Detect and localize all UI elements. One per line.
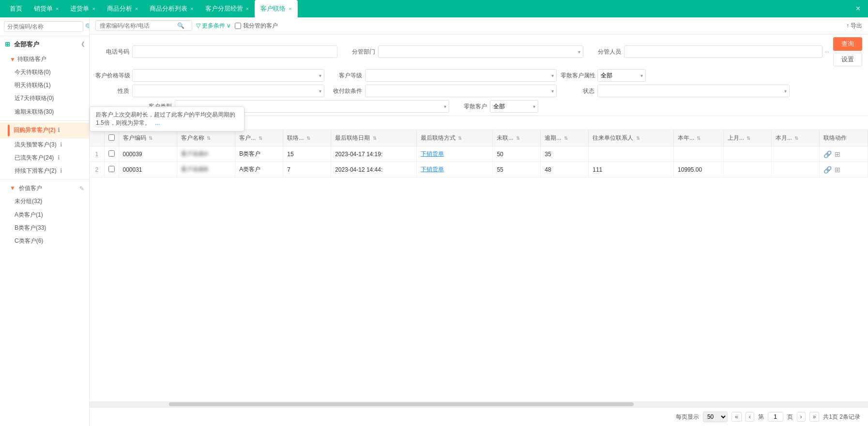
field-manager-input[interactable] (624, 45, 822, 58)
tooltip-more[interactable]: ... (155, 119, 160, 126)
sort-overdue-icon[interactable]: ⇅ (564, 135, 568, 141)
sort-method-icon[interactable]: ⇅ (458, 135, 462, 141)
sort-month-icon[interactable]: ⇅ (794, 135, 798, 141)
info-icon-1[interactable]: ℹ (60, 141, 62, 148)
row-checkbox-2[interactable] (108, 166, 115, 172)
sidebar-collapse-btn[interactable]: 《 (78, 41, 84, 49)
nav-sales[interactable]: 销货单 × (28, 0, 64, 17)
sort-uncontact-icon[interactable]: ⇅ (516, 135, 520, 141)
nav-purchase-close[interactable]: × (92, 6, 95, 12)
sidebar-item-churn-warning[interactable]: 流失预警客户(3) ℹ (0, 138, 89, 151)
field-phone-input[interactable] (132, 45, 337, 58)
field-customer-level-select[interactable] (365, 69, 557, 82)
query-button[interactable]: 查询 (833, 37, 862, 51)
sidebar-item-c-class[interactable]: C类客户(6) (0, 235, 89, 248)
sidebar-item-declining[interactable]: 持续下滑客户(2) ℹ (0, 164, 89, 177)
sort-year-icon[interactable]: ⇅ (697, 135, 700, 141)
horizontal-scrollbar[interactable] (90, 401, 868, 407)
setting-button[interactable]: 设置 (833, 53, 862, 66)
nav-purchase[interactable]: 进货单 × (64, 0, 101, 17)
prev-page-btn[interactable]: ‹ (746, 412, 754, 422)
info-icon-2[interactable]: ℹ (58, 154, 60, 161)
field-price-level-select[interactable] (132, 69, 324, 82)
search-icon[interactable]: 🔍 (177, 22, 184, 29)
sidebar-item-churned[interactable]: 已流失客户(24) ℹ (0, 151, 89, 164)
select-all-checkbox[interactable] (108, 134, 115, 141)
sidebar-all-customers[interactable]: ⊞ 全部客户 《 (0, 36, 89, 53)
table-row: 1 000039 客户名称A B类客户 15 2023-04-17 14:19:… (90, 147, 868, 162)
method-link-1[interactable]: 下销货单 (421, 150, 444, 157)
nav-sales-close[interactable]: × (56, 6, 59, 12)
sidebar-group-value[interactable]: ▼ 价值客户 ✎ (0, 182, 89, 195)
info-icon-3[interactable]: ℹ (60, 167, 62, 174)
my-customer-check[interactable]: 我分管的客户 (235, 22, 278, 30)
nav-customer-contact-close[interactable]: × (289, 6, 291, 12)
first-page-btn[interactable]: « (731, 412, 742, 422)
row-overdue-1: 35 (541, 147, 589, 162)
my-customer-checkbox[interactable] (235, 23, 241, 29)
nav-product-analysis-close[interactable]: × (135, 6, 138, 12)
row-checkbox-1[interactable] (108, 150, 115, 157)
link-icon-1[interactable]: 🔗 (823, 150, 832, 158)
field-nature-select[interactable] (132, 85, 324, 97)
sort-contact-icon[interactable]: ⇅ (306, 135, 310, 141)
export-icon: ↑ (846, 22, 849, 29)
sidebar-item-today[interactable]: 今天待联络(0) (0, 66, 89, 79)
sidebar-item-b-class[interactable]: B类客户(33) (0, 221, 89, 235)
ellipsis-manager-icon[interactable]: ··· (824, 48, 829, 55)
sidebar-item-tomorrow[interactable]: 明天待联络(1) (0, 79, 89, 92)
nav-customer-segment[interactable]: 客户分层经营 × (199, 0, 255, 17)
method-link-2[interactable]: 下销货单 (421, 166, 444, 173)
sidebar-item-repurchase-abnormal[interactable]: 回购异常客户(2) ℹ (0, 123, 89, 138)
field-dept-select[interactable] (378, 45, 583, 58)
field-price-level-wrap: ▾ (132, 69, 324, 82)
export-btn[interactable]: ↑ 导出 (846, 22, 862, 30)
last-page-btn[interactable]: » (809, 412, 820, 422)
link-icon-2[interactable]: 🔗 (823, 166, 832, 174)
sidebar-item-ungroup[interactable]: 未分组(32) (0, 195, 89, 208)
field-payment-select[interactable] (365, 85, 557, 97)
sort-date-icon[interactable]: ⇅ (373, 135, 377, 141)
scrollbar-thumb[interactable] (169, 402, 634, 406)
row-year-2: 10995.00 (674, 162, 724, 177)
nav-product-analysis-list-close[interactable]: × (190, 6, 193, 12)
nav-customer-contact[interactable]: 客户联络 × (255, 0, 297, 17)
sort-name-icon[interactable]: ⇅ (207, 135, 211, 141)
col-name: 客户名称 ⇅ (177, 130, 235, 147)
edit-icon[interactable]: ✎ (79, 185, 84, 192)
nav-product-analysis-list[interactable]: 商品分析列表 × (144, 0, 199, 17)
page-input[interactable] (768, 412, 783, 422)
row-check-1 (104, 147, 119, 162)
sort-lmonth-icon[interactable]: ⇅ (746, 135, 750, 141)
row-year-1 (674, 147, 724, 162)
more-conditions-btn[interactable]: ▽ 更多条件 ∨ (196, 22, 231, 30)
col-level: 客户... ⇅ (235, 130, 283, 147)
search-input[interactable] (100, 22, 177, 29)
field-retail-attr-select[interactable]: 全部 (597, 69, 646, 82)
sidebar-item-7days[interactable]: 近7天待联络(0) (0, 92, 89, 105)
sort-level-icon[interactable]: ⇅ (259, 135, 262, 141)
adv-filter-row-2: 客户价格等级 ▾ 客户等级 ▾ 零散客户属性 全部 (95, 69, 862, 82)
nav-customer-segment-close[interactable]: × (246, 6, 249, 12)
field-status-select[interactable] (597, 85, 790, 97)
nav-product-analysis[interactable]: 商品分析 × (101, 0, 144, 17)
info-icon-0[interactable]: ℹ (58, 126, 60, 135)
field-retail-select[interactable]: 全部 (490, 100, 538, 113)
actions-cell-2: 🔗 ⊞ (823, 166, 864, 174)
sidebar-item-a-class[interactable]: A类客户(1) (0, 208, 89, 221)
actions-cell-1: 🔗 ⊞ (823, 150, 864, 158)
nav-home[interactable]: 首页 (4, 0, 28, 17)
per-page-select[interactable]: 50 20 100 (703, 411, 728, 422)
col-last-method: 最后联络方式 ⇅ (417, 130, 493, 147)
sort-code-icon[interactable]: ⇅ (149, 135, 152, 141)
next-page-btn[interactable]: › (797, 412, 806, 422)
sort-contact2-icon[interactable]: ⇅ (636, 135, 640, 141)
window-close-icon[interactable]: × (852, 4, 864, 13)
sidebar-item-overdue[interactable]: 逾期未联络(30) (0, 105, 89, 118)
grid-icon-2[interactable]: ⊞ (835, 166, 840, 174)
sidebar-group-pending[interactable]: ▼ 待联络客户 (0, 53, 89, 66)
col-action: 联络动作 (819, 130, 868, 147)
sidebar-search-input[interactable] (4, 21, 83, 32)
sidebar-search-icon[interactable]: 🔍 (85, 23, 90, 30)
grid-icon-1[interactable]: ⊞ (835, 150, 840, 158)
